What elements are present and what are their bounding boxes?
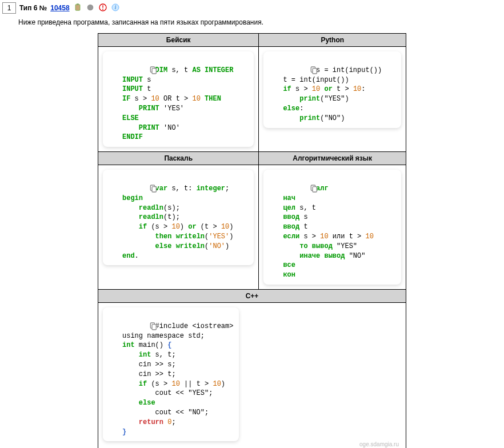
- copy-icon[interactable]: [107, 312, 117, 321]
- svg-rect-17: [152, 324, 156, 329]
- code-pascal: var s, t: integer; begin readln(s); read…: [103, 170, 254, 265]
- code-cpp: #include <iostream> using namespace std;…: [103, 307, 239, 441]
- svg-point-2: [87, 4, 93, 10]
- code-table: Бейсик Python DIM s, t AS INTEGER INPUT …: [98, 33, 406, 448]
- code-python: s = int(input()) t = int(input()) if s >…: [263, 51, 401, 128]
- svg-point-5: [102, 9, 103, 10]
- header-basic: Бейсик: [98, 34, 259, 47]
- alert-icon[interactable]: [98, 3, 107, 14]
- svg-rect-11: [313, 68, 317, 73]
- svg-rect-15: [313, 187, 317, 192]
- header-algo: Алгоритмический язык: [259, 152, 406, 165]
- task-type-label: Тип 6 №: [19, 4, 47, 12]
- task-number-box: 1: [2, 2, 16, 14]
- svg-rect-1: [77, 3, 79, 5]
- header-python: Python: [259, 34, 406, 47]
- problem-prompt: Ниже приведена программа, записанная на …: [18, 18, 502, 26]
- watermark: oge.sdamgia.ru: [103, 441, 401, 447]
- svg-rect-13: [152, 187, 156, 192]
- svg-rect-9: [152, 68, 156, 73]
- info-icon[interactable]: i: [111, 3, 120, 14]
- copy-icon[interactable]: [268, 56, 277, 65]
- code-basic: DIM s, t AS INTEGER INPUT s INPUT t IF s…: [103, 51, 254, 147]
- task-number: 1: [7, 4, 11, 12]
- code-algo: алг нач цел s, t ввод s ввод t если s > …: [263, 170, 401, 285]
- copy-icon[interactable]: [268, 174, 277, 183]
- header-pascal: Паскаль: [98, 152, 259, 165]
- copy-icon[interactable]: [107, 56, 117, 65]
- svg-text:i: i: [114, 5, 116, 10]
- gray-circle-icon[interactable]: [86, 3, 95, 14]
- svg-rect-0: [75, 4, 80, 10]
- task-id-link[interactable]: 10458: [50, 4, 69, 12]
- copy-icon[interactable]: [107, 174, 117, 183]
- header-cpp: C++: [98, 289, 406, 302]
- clipboard-icon[interactable]: [73, 3, 82, 14]
